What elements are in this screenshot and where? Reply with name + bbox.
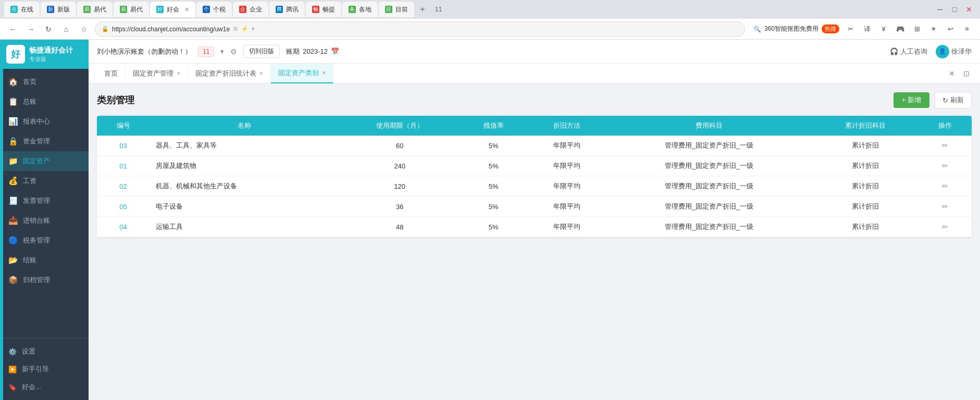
user-profile-action[interactable]: 👤 徐泽华	[936, 45, 972, 58]
sidebar-item-purchase-sales[interactable]: 📥 进销台账	[0, 211, 89, 231]
category-table: 编号 名称 使用期限（月） 残值率 折旧方法 费用科目 累计折旧科目 操作 03…	[97, 116, 972, 237]
search-icon: 🔍	[753, 26, 761, 33]
browser-tab-10[interactable]: 目 目前	[379, 2, 414, 17]
translate-icon[interactable]: 译	[860, 22, 874, 36]
user-account-info: 刘小艳演示账套（勿删勿动！）	[97, 47, 192, 56]
bookmark-button[interactable]: ☆	[77, 22, 91, 36]
content-tab-home[interactable]: 首页	[97, 64, 126, 83]
browser-tab-9[interactable]: 各 各地	[342, 2, 378, 17]
refresh-label: 刷新	[950, 95, 964, 105]
col-header-code: 编号	[97, 116, 150, 136]
new-tab-button[interactable]: +	[415, 2, 430, 17]
browser-tab-0[interactable]: 在 在线	[4, 2, 40, 17]
tax-icon: 🔵	[8, 236, 18, 245]
browser-tab-4[interactable]: 好 好会 ✕	[150, 2, 195, 17]
address-expand-icon: ⚙	[233, 26, 238, 32]
sidebar-item-tax[interactable]: 🔵 税务管理	[0, 231, 89, 250]
browser-tab-8[interactable]: 畅 畅提	[306, 2, 341, 17]
minimize-button[interactable]: ─	[933, 3, 947, 16]
content-tab-asset-mgmt[interactable]: 固定资产管理 ×	[126, 64, 188, 83]
sidebar-item-home[interactable]: 🏠 首页	[0, 72, 89, 92]
browser-tab-7[interactable]: 腾 腾讯	[269, 2, 305, 17]
edit-button-4[interactable]: ✏	[942, 223, 948, 231]
browser-tab-2[interactable]: 易 易代	[77, 2, 113, 17]
browser-tab-3[interactable]: 易 易代	[114, 2, 149, 17]
close-category-tab[interactable]: ×	[322, 69, 326, 77]
collapse-panel-button[interactable]: ✕	[947, 68, 957, 79]
invoices-icon: 🧾	[8, 196, 18, 205]
tab-favicon-10: 目	[385, 6, 392, 13]
col-header-expense: 费用科目	[606, 116, 811, 136]
cell-accumulated-1: 累计折旧	[812, 156, 919, 176]
sidebar-item-ledger[interactable]: 📋 总账	[0, 92, 89, 112]
browser-tab-1[interactable]: 新 新版	[41, 2, 76, 17]
browser-tab-5[interactable]: 个 个税	[196, 2, 232, 17]
tab-count-badge[interactable]: 11	[431, 6, 446, 13]
sidebar-item-invoices[interactable]: 🧾 发票管理	[0, 191, 89, 211]
tab-favicon-8: 畅	[312, 6, 319, 13]
left-accent-bar	[0, 40, 3, 400]
cell-method-4: 年限平均	[527, 217, 607, 237]
history-icon[interactable]: ↩	[944, 22, 957, 36]
content-tab-asset-category[interactable]: 固定资产类别 ×	[271, 64, 333, 83]
dropdown-icon[interactable]: ▾	[220, 47, 224, 55]
back-button[interactable]: ←	[6, 22, 20, 36]
sidebar-item-guide[interactable]: ▶️ 新手引导	[0, 360, 89, 378]
scissors-icon[interactable]: ✂	[843, 22, 857, 36]
sidebar-item-fixed-assets[interactable]: 📁 固定资产	[0, 151, 89, 171]
sidebar-item-payroll[interactable]: 💰 工资	[0, 171, 89, 191]
table-row: 01 房屋及建筑物 240 5% 年限平均 管理费用_固定资产折旧_一级 累计折…	[97, 156, 972, 176]
reload-button[interactable]: ↻	[42, 22, 55, 36]
home-button[interactable]: ⌂	[59, 22, 73, 36]
browser-action-buttons: ✂ 译 ¥ 🎮 ⊞ ☀ ↩ ≡	[843, 22, 974, 36]
address-bar[interactable]: 🔒 https://cloud.chanjet.com/accounting/u…	[95, 21, 745, 37]
forward-button[interactable]: →	[24, 22, 38, 36]
consult-action[interactable]: 🎧 人工咨询	[890, 47, 927, 56]
logo-text-block: 畅捷通好会计 专业版	[29, 45, 73, 63]
expand-panel-button[interactable]: ⊡	[961, 68, 972, 79]
games-icon[interactable]: 🎮	[894, 22, 907, 36]
cell-method-3: 年限平均	[527, 197, 607, 217]
tab-label-0: 在线	[21, 5, 33, 14]
cell-name-0: 器具、工具、家具等	[150, 136, 339, 156]
browser-tab-6[interactable]: 企 企业	[233, 2, 268, 17]
settings-cog-icon[interactable]: ⚙	[230, 47, 237, 56]
sidebar-item-funds[interactable]: 🔒 资金管理	[0, 131, 89, 151]
brightness-icon[interactable]: ☀	[927, 22, 940, 36]
sidebar-item-reports[interactable]: 📊 报表中心	[0, 112, 89, 131]
sidebar-item-closing[interactable]: 📂 结账	[0, 250, 89, 270]
edit-button-1[interactable]: ✏	[942, 162, 948, 170]
sidebar-item-haohui[interactable]: 🔖 好会...	[0, 378, 89, 396]
grid-icon[interactable]: ⊞	[910, 22, 924, 36]
close-dep-table-tab[interactable]: ×	[259, 70, 263, 77]
edit-button-2[interactable]: ✏	[942, 182, 948, 190]
menu-icon[interactable]: ≡	[960, 22, 974, 36]
refresh-button[interactable]: ↻ 刷新	[935, 92, 972, 108]
ledger-icon: 📋	[8, 97, 18, 106]
edit-button-3[interactable]: ✏	[942, 202, 948, 211]
browser-tabs-bar: 在 在线 新 新版 易 易代 易 易代 好 好会 ✕ 个 个税 企 企业 腾	[0, 0, 980, 19]
app-container: 好 畅捷通好会计 专业版 🏠 首页 📋 总账 📊 报表中心 🔒 资金管理	[0, 40, 980, 400]
wallet-icon[interactable]: ¥	[877, 22, 890, 36]
tab-label-5: 个税	[213, 5, 226, 14]
col-header-accumulated: 累计折旧科目	[812, 116, 919, 136]
close-window-button[interactable]: ✕	[962, 3, 976, 16]
maximize-button[interactable]: □	[948, 3, 961, 16]
close-asset-mgmt-tab[interactable]: ×	[177, 70, 180, 77]
cell-actions-1: ✏	[919, 156, 972, 176]
tab-favicon-4: 好	[156, 6, 164, 13]
sidebar-label-reports: 报表中心	[23, 117, 50, 126]
username-display: 徐泽华	[951, 47, 972, 56]
edit-button-0[interactable]: ✏	[942, 141, 948, 150]
sidebar-label-fixed-assets: 固定资产	[23, 156, 50, 166]
content-tab-depreciation-table[interactable]: 固定资产折旧统计表 ×	[188, 64, 271, 83]
sidebar-item-archive[interactable]: 📦 归档管理	[0, 270, 89, 290]
cell-code-3: 05	[97, 197, 150, 217]
tab-close-4[interactable]: ✕	[184, 6, 189, 13]
sidebar-item-settings[interactable]: ⚙️ 设置	[0, 343, 89, 360]
switch-version-button[interactable]: 切到旧版	[243, 45, 280, 58]
calendar-icon[interactable]: 📅	[331, 47, 339, 55]
tab-favicon-2: 易	[83, 6, 91, 13]
add-button[interactable]: + 新增	[894, 92, 929, 108]
cell-code-0: 03	[97, 136, 150, 156]
